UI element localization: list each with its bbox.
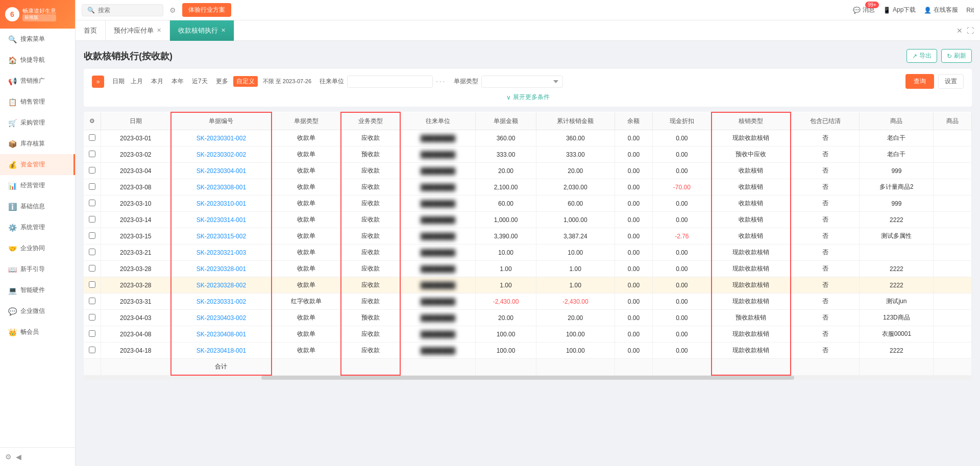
cell-checkbox[interactable] [84, 212, 101, 228]
table-container: ⚙ 日期 单据编号 单据类型 业务类型 往来单位 单据金额 累计核销金额 余额 … [84, 112, 972, 380]
docno-link[interactable]: SK-20230310-001 [197, 200, 246, 207]
cell-checkbox[interactable] [84, 195, 101, 212]
sidebar-item-wechat[interactable]: 💬企业微信 [0, 301, 75, 322]
docno-link[interactable]: SK-20230403-002 [197, 314, 246, 322]
table-row: 2023-03-08 SK-20230308-001 收款单 应收款 █████… [84, 179, 972, 195]
sidebar-item-basic[interactable]: ℹ️基础信息 [0, 196, 75, 217]
cell-checkbox[interactable] [84, 244, 101, 261]
cell-discount: 0.00 [653, 163, 712, 179]
sidebar-logo: 6 畅康道好生意 标推版 [0, 0, 75, 29]
filter-toggle-button[interactable]: » [92, 76, 104, 88]
table-row: 2023-04-03 SK-20230403-002 收款单 预收款 █████… [84, 310, 972, 326]
cell-checkbox[interactable] [84, 310, 101, 326]
date-options: 上月 本月 本年 近7天 更多 自定义 [128, 76, 258, 87]
date-this-year[interactable]: 本年 [168, 76, 187, 87]
export-button[interactable]: ↗ 导出 [906, 49, 937, 63]
tab-close-collection[interactable]: ✕ [221, 27, 226, 34]
cell-checkbox[interactable] [84, 228, 101, 244]
date-custom[interactable]: 自定义 [233, 76, 258, 87]
cell-balance: 0.00 [615, 212, 652, 228]
docno-link[interactable]: SK-20230315-002 [197, 233, 246, 240]
cell-checkbox[interactable] [84, 163, 101, 179]
sidebar-item-quicknav[interactable]: 🏠快捷导航 [0, 50, 75, 70]
sidebar-item-search[interactable]: 🔍搜索菜单 [0, 29, 75, 50]
docno-link[interactable]: SK-20230321-003 [197, 249, 246, 256]
close-tab-icon[interactable]: ✕ [957, 27, 963, 35]
topbar-search[interactable]: 🔍 [82, 4, 163, 16]
sidebar-item-hardware[interactable]: 💻智能硬件 [0, 280, 75, 301]
sidebar-item-sales[interactable]: 📋销售管理 [0, 91, 75, 112]
cell-checkbox[interactable] [84, 293, 101, 310]
refresh-button[interactable]: ↻ 刷新 [941, 49, 972, 63]
date-7days[interactable]: 近7天 [189, 76, 211, 87]
app-download-button[interactable]: 📱 App下载 [883, 6, 916, 14]
doctype-select[interactable] [481, 76, 563, 88]
th-settings[interactable]: ⚙ [84, 112, 101, 130]
basic-icon: ℹ️ [8, 203, 16, 211]
settings-bottom-icon[interactable]: ⚙ [5, 453, 12, 461]
th-include-settled: 包含已结清 [791, 112, 860, 130]
sidebar-item-marketing[interactable]: 📢营销推广 [0, 70, 75, 91]
docno-link[interactable]: SK-20230308-001 [197, 184, 246, 191]
maximize-icon[interactable]: ⛶ [967, 27, 974, 35]
cell-product2 [934, 310, 972, 326]
sidebar-item-finance[interactable]: 💰资金管理 [0, 154, 75, 175]
date-more[interactable]: 更多 [213, 76, 231, 87]
date-this-month[interactable]: 本月 [148, 76, 166, 87]
service-button[interactable]: 👤 在线客服 [924, 6, 958, 14]
cell-doctype: 收款单 [272, 326, 341, 342]
expand-filter[interactable]: ∨ 展开更多条件 [92, 93, 964, 102]
cell-product2 [934, 130, 972, 146]
sidebar-item-purchase[interactable]: 🛒采购管理 [0, 112, 75, 133]
sidebar-item-guide[interactable]: 📖新手引导 [0, 259, 75, 280]
search-input[interactable] [98, 7, 158, 14]
settings-button[interactable]: 设置 [938, 74, 964, 89]
tab-home[interactable]: 首页 [76, 20, 106, 41]
cell-checkbox[interactable] [84, 326, 101, 342]
docno-link[interactable]: SK-20230301-002 [197, 135, 246, 142]
sidebar-item-enterprise[interactable]: 🤝企业协同 [0, 238, 75, 259]
docno-link[interactable]: SK-20230328-002 [197, 282, 246, 289]
docno-link[interactable]: SK-20230314-001 [197, 216, 246, 224]
table-row: 2023-03-28 SK-20230328-001 收款单 应收款 █████… [84, 261, 972, 277]
docno-link[interactable]: SK-20230328-001 [197, 265, 246, 273]
scrollbar[interactable] [84, 376, 972, 380]
cell-docno: SK-20230308-001 [171, 179, 272, 195]
cell-checkbox[interactable] [84, 179, 101, 195]
docno-link[interactable]: SK-20230304-001 [197, 167, 246, 175]
query-button[interactable]: 查询 [905, 74, 934, 89]
cell-checkbox[interactable] [84, 130, 101, 146]
docno-link[interactable]: SK-20230302-002 [197, 151, 246, 158]
cell-docno: SK-20230310-001 [171, 195, 272, 212]
partner-input[interactable] [347, 76, 433, 88]
date-last-month[interactable]: 上月 [128, 76, 146, 87]
sidebar-item-operations[interactable]: 📊经营管理 [0, 175, 75, 196]
cell-date: 2023-03-10 [101, 195, 171, 212]
collapse-icon[interactable]: ◀ [16, 453, 21, 461]
message-button[interactable]: 💬 消息 99+ [853, 6, 875, 14]
hardware-icon: 💻 [8, 286, 16, 295]
tab-close-payable[interactable]: ✕ [157, 27, 161, 34]
footer-include [791, 359, 860, 376]
tab-collection[interactable]: 收款核销执行✕ [170, 20, 234, 41]
cell-checkbox[interactable] [84, 342, 101, 359]
column-settings-icon[interactable]: ⚙ [89, 117, 95, 125]
docno-link[interactable]: SK-20230331-002 [197, 298, 246, 305]
sidebar-item-member[interactable]: 👑畅会员 [0, 322, 75, 342]
docno-link[interactable]: SK-20230418-001 [197, 347, 246, 354]
cell-biztype: 应收款 [341, 277, 400, 293]
docno-link[interactable]: SK-20230408-001 [197, 331, 246, 338]
sidebar-item-inventory[interactable]: 📦库存核算 [0, 133, 75, 154]
gear-icon[interactable]: ⚙ [169, 6, 176, 14]
sidebar-item-system[interactable]: ⚙️系统管理 [0, 217, 75, 238]
cell-balance: 0.00 [615, 244, 652, 261]
message-icon: 💬 [853, 7, 861, 14]
cell-partner: ████████ [400, 342, 476, 359]
tab-payable[interactable]: 预付冲应付单✕ [106, 20, 170, 41]
cell-checkbox[interactable] [84, 277, 101, 293]
table-row: 2023-03-28 SK-20230328-002 收款单 应收款 █████… [84, 277, 972, 293]
solution-button[interactable]: 体验行业方案 [182, 3, 231, 17]
sidebar-menu: 🔍搜索菜单🏠快捷导航📢营销推广📋销售管理🛒采购管理📦库存核算💰资金管理📊经营管理… [0, 29, 75, 447]
cell-checkbox[interactable] [84, 261, 101, 277]
cell-checkbox[interactable] [84, 146, 101, 163]
